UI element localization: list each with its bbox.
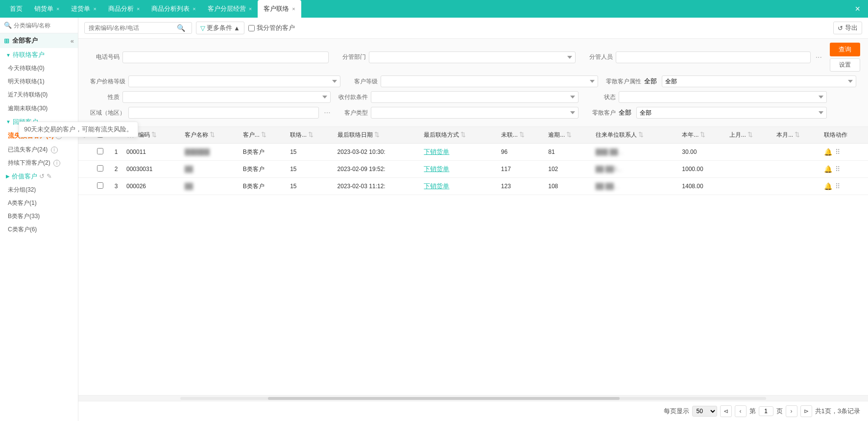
nav-tab-analysis-list[interactable]: 商品分析列表 × [145, 0, 201, 18]
last-way-link-2[interactable]: 下销货单 [424, 182, 449, 190]
region-input[interactable] [128, 107, 319, 119]
window-close-button[interactable]: × [851, 4, 864, 14]
contact-icon-0[interactable]: 🔔 [824, 148, 832, 156]
nav-tab-customer-tier[interactable]: 客户分层经营 × [202, 0, 258, 18]
sidebar-item-c-class[interactable]: C类客户(6) [0, 223, 78, 236]
sidebar-item-tomorrow[interactable]: 明天待联络(1) [0, 75, 78, 88]
info-icon2[interactable]: i [51, 147, 58, 153]
more-conditions-button[interactable]: ▽ 更多条件 ▲ [196, 22, 244, 34]
sidebar-item-b-class[interactable]: B类客户(33) [0, 210, 78, 223]
dept-select[interactable] [369, 51, 575, 63]
page-size-select[interactable]: 50 20 100 [692, 406, 717, 417]
sidebar-group-pending[interactable]: ▼ 待联络客户 [0, 48, 78, 62]
search-icon[interactable]: 🔍 [177, 24, 185, 32]
nav-tab-customer-tier-close[interactable]: × [249, 6, 252, 12]
customer-level-select[interactable] [381, 75, 599, 87]
scroll-bar-area [78, 395, 868, 401]
td-name-0: ██████ [182, 144, 240, 161]
chevron-up-icon: ▲ [234, 25, 240, 32]
my-customers-checkbox[interactable] [248, 25, 255, 31]
region-more-icon[interactable]: ··· [324, 108, 330, 117]
zero-retail-select2[interactable]: 全部 [636, 107, 827, 119]
query-button[interactable]: 查询 [830, 43, 860, 56]
info-icon3[interactable]: i [53, 160, 60, 167]
filter-zero-retail2: 零散客户 全部 全部 [582, 107, 831, 119]
page-input[interactable] [759, 406, 773, 416]
nav-analysis-label: 商品分析 [108, 4, 134, 13]
sort-od-icon[interactable]: ⇅ [566, 131, 572, 138]
last-way-link-1[interactable]: 下销货单 [424, 165, 449, 173]
nav-tab-sales-close[interactable]: × [56, 6, 59, 12]
edit-icon[interactable]: ✎ [47, 173, 52, 180]
sidebar-item-today[interactable]: 今天待联络(0) [0, 62, 78, 75]
sidebar-item-a-class[interactable]: A类客户(1) [0, 197, 78, 210]
last-way-link-0[interactable]: 下销货单 [424, 148, 449, 155]
sort-lm-icon[interactable]: ⇅ [747, 131, 753, 138]
prev-page-button[interactable]: ‹ [735, 405, 747, 417]
nav-tab-analysis-close[interactable]: × [137, 6, 140, 12]
th-this-month: 本月...⇅ [773, 127, 820, 144]
last-page-button[interactable]: ⊳ [800, 405, 812, 417]
settings-button[interactable]: 设置 [830, 58, 860, 72]
my-customers-checkbox-wrap[interactable]: 我分管的客户 [248, 24, 295, 32]
td-tm-2 [773, 178, 820, 195]
status-select[interactable] [619, 91, 827, 103]
contact-icon-2[interactable]: 🔔 [824, 182, 832, 190]
next-page-button[interactable]: › [786, 405, 797, 417]
first-page-button[interactable]: ⊲ [720, 405, 732, 417]
payment-select[interactable] [371, 91, 579, 103]
sort-way-icon[interactable]: ⇅ [460, 131, 466, 138]
scroll-track[interactable] [180, 397, 766, 400]
filter-row-1: 电话号码 分管部门 分管人员 ··· 查询 设置 [86, 43, 860, 72]
sidebar-item-ungroup[interactable]: 未分组(32) [0, 183, 78, 197]
sidebar-all-customers[interactable]: ⊞ 全部客户 « [0, 33, 78, 48]
manager-input[interactable] [616, 51, 811, 63]
row-checkbox-2[interactable] [97, 182, 103, 189]
nav-tab-home[interactable]: 首页 [4, 0, 28, 18]
nav-purchase-label: 进货单 [71, 4, 90, 13]
sidebar-item-overdue[interactable]: 逾期未联络(30) [0, 102, 78, 115]
more-action-icon-1[interactable]: ⠿ [835, 165, 840, 173]
collapse-icon[interactable]: « [71, 37, 74, 45]
sort-type-icon[interactable]: ⇅ [261, 131, 266, 138]
sort-name-icon[interactable]: ⇅ [210, 131, 215, 138]
scroll-thumb[interactable] [268, 397, 620, 400]
search-input[interactable] [89, 25, 177, 31]
sidebar-item-churned[interactable]: 已流失客户(24) i [0, 143, 78, 156]
action-icons-2: 🔔 ⠿ [824, 182, 865, 190]
customer-type-select[interactable] [371, 107, 579, 119]
more-action-icon-2[interactable]: ⠿ [835, 182, 840, 190]
gender-select[interactable] [122, 91, 331, 103]
nav-tab-purchase-close[interactable]: × [93, 6, 96, 12]
sort-nc-icon[interactable]: ⇅ [519, 131, 525, 138]
export-button[interactable]: ↺ 导出 [833, 22, 862, 34]
filter-zero-retail: 零散客户属性 全部 全部 [602, 75, 860, 87]
th-last-way: 最后联络方式⇅ [421, 127, 498, 144]
nav-tab-customer-contact[interactable]: 客户联络 × [258, 0, 301, 18]
sort-cc-icon[interactable]: ⇅ [638, 131, 644, 138]
phone-input[interactable] [122, 51, 329, 63]
refresh-icon[interactable]: ↺ [39, 173, 45, 180]
zero-retail-select[interactable]: 全部 [662, 75, 856, 87]
price-level-select[interactable] [128, 75, 340, 87]
sidebar-item-declining[interactable]: 持续下滑客户(2) i [0, 156, 78, 170]
nav-tab-analysis-list-close[interactable]: × [193, 6, 195, 12]
sort-code-icon[interactable]: ⇅ [151, 131, 157, 138]
contact-icon-1[interactable]: 🔔 [824, 165, 832, 173]
sort-ty-icon[interactable]: ⇅ [700, 131, 705, 138]
sort-contacts-icon[interactable]: ⇅ [308, 131, 313, 138]
more-action-icon-0[interactable]: ⠿ [835, 148, 840, 156]
td-check-0 [94, 144, 109, 161]
sort-tm-icon[interactable]: ⇅ [795, 131, 800, 138]
sidebar-group-value[interactable]: ▶ 价值客户 ↺ ✎ [0, 170, 78, 183]
nav-tab-customer-contact-close[interactable]: × [292, 6, 295, 12]
manager-more-icon[interactable]: ··· [816, 53, 822, 62]
sidebar-search-input[interactable] [14, 22, 74, 29]
row-checkbox-0[interactable] [97, 148, 103, 154]
nav-tab-analysis[interactable]: 商品分析 × [102, 0, 145, 18]
sidebar-item-7days[interactable]: 近7天待联络(0) [0, 88, 78, 101]
sort-date-icon[interactable]: ⇅ [374, 131, 380, 138]
row-checkbox-1[interactable] [97, 165, 103, 172]
nav-tab-purchase[interactable]: 进货单 × [65, 0, 102, 18]
nav-tab-sales[interactable]: 销货单 × [28, 0, 65, 18]
